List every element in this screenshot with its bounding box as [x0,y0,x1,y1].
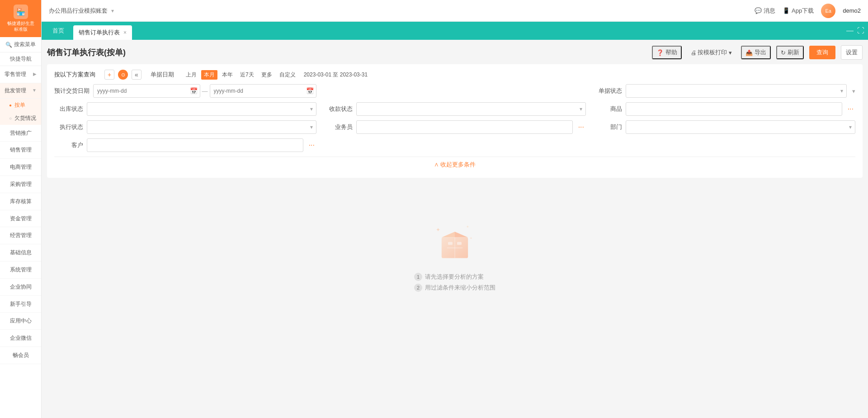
date-quick-7days[interactable]: 近7天 [237,70,257,80]
sidebar-sub-item-debt[interactable]: ○ 欠货情况 [0,112,41,125]
date-quick-year[interactable]: 本年 [219,70,236,80]
product-more-button[interactable]: ··· [846,105,855,113]
sidebar-item-enterprise[interactable]: 企业协同 [0,279,41,296]
avatar[interactable]: Ea [821,4,835,18]
product-input[interactable] [630,106,838,113]
sidebar-operation-label: 经营管理 [10,232,32,239]
sidebar-marketing-label: 营销推广 [10,129,32,137]
filter-ship-status: 出库状态 [54,102,316,116]
filter-dept: 部门 [593,120,855,134]
sidebar-item-apps[interactable]: 应用中心 [0,313,41,330]
tab-close-icon[interactable]: × [123,29,127,36]
sidebar-item-wholesale[interactable]: 批发管理 ▼ [0,83,41,99]
empty-state: ✦ ✦ ✦ 1 请先选择要分析的方案 2 用过滤条件来缩小分析范围 [47,182,863,331]
hint-num-2: 2 [414,284,422,292]
date-quick-prev-month[interactable]: 上月 [183,70,199,80]
salesperson-input[interactable] [360,124,569,131]
ship-status-select[interactable] [87,102,316,116]
active-scheme-indicator[interactable]: ⊙ [118,70,128,80]
salesperson-more-button[interactable]: ··· [576,123,586,131]
sidebar-wholesale-label: 批发管理 [5,87,26,95]
print-label: 按模板打印 [698,48,727,57]
sidebar-item-finance[interactable]: 资金管理 [0,210,41,228]
date-quick-more[interactable]: 更多 [259,70,275,80]
date-quick-custom[interactable]: 自定义 [277,70,298,80]
sub-item-label2: 欠货情况 [14,114,36,122]
salesperson-input-wrap [356,120,573,134]
dept-select[interactable] [626,120,855,134]
sidebar-finance-label: 资金管理 [10,215,32,223]
logo-text: 畅捷通好生意 [7,20,34,26]
query-button[interactable]: 查询 [809,46,835,59]
customer-input[interactable] [91,142,299,149]
svg-rect-9 [457,242,462,245]
filter-spacer2 [324,138,586,152]
date-quick-current-month[interactable]: 本月 [201,70,217,80]
app-download-button[interactable]: 📱 App下载 [783,7,814,15]
app-download-label: App下载 [792,7,814,15]
tab-minimize-button[interactable]: — [846,27,854,35]
customer-more-button[interactable]: ··· [307,141,316,149]
topbar-left: 办公用品行业模拟账套 ▾ [49,7,114,15]
exec-status-label: 执行状态 [54,123,83,131]
settings-button[interactable]: 设置 [841,45,863,60]
tab-active[interactable]: 销售订单执行表 × [73,25,132,40]
doc-status-select[interactable] [626,84,847,98]
sidebar-sales-label: 销售管理 [10,146,32,154]
tab-home[interactable]: 首页 [45,22,71,40]
hint-text-1: 请先选择要分析的方案 [425,273,484,281]
expected-date-start[interactable] [93,84,200,98]
customer-label: 客户 [54,141,83,149]
scheme-label: 按以下方案查询 [54,71,95,79]
doc-status-select-wrap [626,84,847,98]
calendar-icon-end[interactable]: 📅 [306,87,314,95]
sub-item-label: 按单 [14,101,25,109]
query-label: 查询 [816,48,828,57]
sidebar-basic-label: 基础信息 [10,249,32,256]
product-input-wrap [626,102,842,116]
sidebar-item-system[interactable]: 系统管理 [0,261,41,279]
export-button[interactable]: 📤 导出 [741,46,771,59]
sidebar-logo[interactable]: 🏪 畅捷通好生意 标准版 [0,0,41,37]
filter-expected-date: 预计交货日期 📅 — 📅 [54,84,316,98]
sidebar-item-marketing[interactable]: 营销推广 [0,125,41,142]
filter-customer: 客户 ··· [54,138,316,152]
add-scheme-button[interactable]: + [104,70,114,80]
payment-status-select-wrap [356,102,586,116]
filter-doc-status: 单据状态 ▾ [593,84,855,98]
help-button[interactable]: ❓ 帮助 [652,46,682,59]
sidebar-sub-item-press[interactable]: ● 按单 [0,99,41,112]
sidebar-item-ecommerce[interactable]: 电商管理 [0,159,41,176]
calendar-icon-start[interactable]: 📅 [190,87,198,95]
topbar: 办公用品行业模拟账套 ▾ 💬 消息 📱 App下载 Ea demo2 [42,0,868,22]
sidebar-item-sales[interactable]: 销售管理 [0,142,41,159]
page-header: 销售订单执行表(按单) ❓ 帮助 🖨 按模板打印 ▾ 📤 导出 ↻ 刷新 [47,45,863,60]
message-button[interactable]: 💬 消息 [755,7,775,15]
sidebar-item-basic[interactable]: 基础信息 [0,244,41,261]
print-dropdown[interactable]: 🖨 按模板打印 ▾ [687,47,736,58]
expected-date-end[interactable] [210,84,317,98]
payment-status-select[interactable] [356,102,586,116]
dept-label: 部门 [593,123,622,131]
collapse-scheme-button[interactable]: « [132,70,142,80]
sidebar-item-retail[interactable]: 零售管理 ▶ [0,66,41,83]
exec-status-select-wrap [87,120,316,134]
sidebar-item-purchase[interactable]: 采购管理 [0,176,41,193]
doc-status-dropdown-icon: ▾ [852,88,855,95]
tab-home-label: 首页 [52,27,64,35]
sidebar-item-operation[interactable]: 经营管理 [0,227,41,244]
filter-salesperson: 业务员 ··· [324,120,586,134]
sidebar-item-newbie[interactable]: 新手引导 [0,296,41,313]
topbar-dropdown-icon[interactable]: ▾ [111,8,114,14]
sidebar-item-wechat[interactable]: 企业微信 [0,330,41,347]
sidebar-item-inventory[interactable]: 库存核算 [0,193,41,210]
sidebar-search[interactable]: 🔍 搜索菜单 [0,37,41,52]
sidebar-quick-nav[interactable]: 快捷导航 [0,52,41,66]
sidebar-system-label: 系统管理 [10,266,32,274]
sidebar-item-member[interactable]: 畅会员 [0,347,41,364]
tab-maximize-button[interactable]: ⛶ [857,27,864,35]
collapse-filters-button[interactable]: ∧ 收起更多条件 [54,157,855,172]
exec-status-select[interactable] [87,120,316,134]
refresh-button[interactable]: ↻ 刷新 [776,46,804,59]
filter-exec-status: 执行状态 [54,120,316,134]
